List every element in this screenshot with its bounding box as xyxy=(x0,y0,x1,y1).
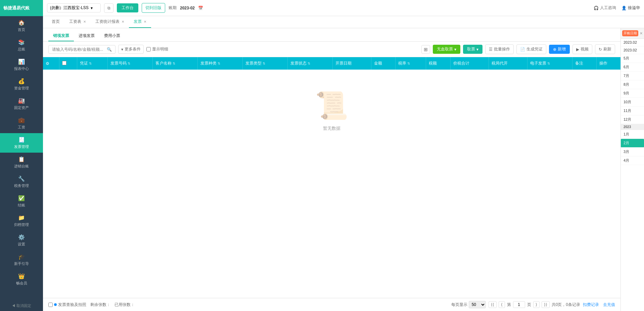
date-entry-10月-7[interactable]: 10月 xyxy=(621,98,644,107)
prev-page-btn[interactable]: ⟨ xyxy=(499,301,505,308)
tab-close-发票[interactable]: ✕ xyxy=(144,20,146,24)
sidebar-label-进销台账: 进销台账 xyxy=(14,164,29,169)
date-entry-2月-12[interactable]: 2月 xyxy=(621,139,644,148)
sidebar-icon-新手引导: 🎓 xyxy=(18,254,25,260)
tab-首页[interactable]: 首页 xyxy=(47,16,64,28)
date-entry-2023.02-1[interactable]: 2023.02 xyxy=(621,46,644,54)
date-entry-6月-3[interactable]: 6月 xyxy=(621,63,644,72)
recharge-link[interactable]: 去充值 xyxy=(603,302,615,308)
sidebar: 畅捷通易代账 🏠 首页 📚 总账 📊 报表中心 💰 资金管理 🏭 固定资产 💼 … xyxy=(0,0,43,311)
refresh-icon: ↻ xyxy=(599,47,602,52)
sidebar-item-归档管理[interactable]: 📁 归档管理 xyxy=(0,211,43,231)
video-btn[interactable]: ▶ 视频 xyxy=(572,44,592,54)
gen-voucher-btn[interactable]: 📄 生成凭证 xyxy=(516,44,546,54)
verify-checkbox[interactable] xyxy=(48,303,53,307)
sidebar-icon-设置: ⚙️ xyxy=(18,234,25,240)
col-发票类型[interactable]: 发票类型⇅ xyxy=(243,57,288,70)
show-detail-checkbox[interactable] xyxy=(146,47,151,51)
sidebar-icon-进销台账: 📋 xyxy=(18,156,25,162)
grid-view-icon[interactable]: ⊞ xyxy=(421,45,430,54)
sidebar-item-固定资产[interactable]: 🏭 固定资产 xyxy=(0,94,43,114)
search-box: 🔍 xyxy=(48,45,116,54)
sidebar-icon-结账: ✅ xyxy=(18,195,25,201)
sidebar-item-进销台账[interactable]: 📋 进销台账 xyxy=(0,153,43,172)
date-entry-11月-8[interactable]: 11月 xyxy=(621,107,644,115)
sidebar-item-工资[interactable]: 💼 工资 xyxy=(0,114,43,133)
sort-icon: ⇅ xyxy=(407,62,410,65)
tab-发票[interactable]: 发票✕ xyxy=(129,16,151,28)
sidebar-logo[interactable]: 畅捷通易代账 xyxy=(0,0,43,16)
next-page-btn[interactable]: ⟩ xyxy=(533,301,540,308)
date-entry-7月-4[interactable]: 7月 xyxy=(621,72,644,80)
open-period-btn[interactable]: 开账日期 xyxy=(622,30,638,36)
date-entry-2023.02-0[interactable]: 2023.02 xyxy=(621,39,644,46)
last-page-btn[interactable]: ⟩⟩ xyxy=(542,301,550,308)
col-发票号码[interactable]: 发票号码⇅ xyxy=(108,57,153,70)
sidebar-item-畅会员[interactable]: 👑 畅会员 xyxy=(0,270,43,289)
video-label: 视频 xyxy=(581,46,589,52)
refresh-label: 刷新 xyxy=(603,46,611,52)
date-entry-8月-5[interactable]: 8月 xyxy=(621,80,644,89)
verify-label-container[interactable]: 发票查验及拍照 xyxy=(48,302,86,308)
company-selector[interactable]: (勿删）江西股宝-LSS ▾ xyxy=(47,3,101,12)
select-all-checkbox[interactable] xyxy=(62,61,66,65)
sidebar-item-新手引导[interactable]: 🎓 新手引导 xyxy=(0,250,43,270)
sidebar-item-总账[interactable]: 📚 总账 xyxy=(0,36,43,55)
date-entry-4月-14[interactable]: 4月 xyxy=(621,156,644,165)
tab-close-工资表[interactable]: ✕ xyxy=(83,20,86,24)
date-entry-9月-6[interactable]: 9月 xyxy=(621,89,644,98)
col-客户名称[interactable]: 客户名称⇅ xyxy=(153,57,198,70)
date-entry-12月-9[interactable]: 12月 xyxy=(621,115,644,124)
sidebar-item-首页[interactable]: 🏠 首页 xyxy=(0,16,43,36)
sidebar-item-报表中心[interactable]: 📊 报表中心 xyxy=(0,55,43,75)
take-ticket-btn[interactable]: 取票 ▾ xyxy=(463,45,482,54)
customer-service-btn[interactable]: 🎧 人工咨询 xyxy=(594,5,616,11)
sidebar-item-结账[interactable]: ✅ 结账 xyxy=(0,192,43,211)
show-detail-check[interactable]: 显示明细 xyxy=(146,46,168,52)
sidebar-label-设置: 设置 xyxy=(18,242,25,247)
new-btn[interactable]: ⊕ 新增 xyxy=(549,45,570,54)
col-发票状态[interactable]: 发票状态⇅ xyxy=(288,57,333,70)
sidebar-item-发票管理[interactable]: 🧾 发票管理 xyxy=(0,133,43,153)
col-凭证[interactable]: 凭证⇅ xyxy=(77,57,108,70)
tab-label-工资表: 工资表 xyxy=(69,19,81,25)
sidebar-icon-总账: 📚 xyxy=(18,39,25,45)
per-page-select[interactable]: 50 100 200 xyxy=(469,301,486,308)
old-version-button[interactable]: 切到旧版 xyxy=(142,3,165,13)
sidebar-item-设置[interactable]: ⚙️ 设置 xyxy=(0,231,43,250)
first-page-btn[interactable]: ⟨⟨ xyxy=(489,301,497,308)
date-entry-3月-13[interactable]: 3月 xyxy=(621,148,644,156)
copy-button[interactable]: ⧉ xyxy=(104,3,113,13)
col-税率[interactable]: 税率⇅ xyxy=(395,57,426,70)
content-area: 销项发票进项发票费用小票 🔍 ▾ 更多条件 xyxy=(43,28,644,311)
search-input[interactable] xyxy=(52,47,105,52)
date-entry-5月-2[interactable]: 5月 xyxy=(621,54,644,63)
calendar-icon[interactable]: 📅 xyxy=(198,6,203,10)
sub-tab-费用小票[interactable]: 费用小票 xyxy=(99,31,125,41)
user-avatar[interactable]: 👤 徐溢华 xyxy=(622,5,640,11)
sort-icon: ⇅ xyxy=(173,62,175,65)
footer-right: 每页显示 50 100 200 ⟨⟨ ⟨ 第 页 xyxy=(451,301,615,308)
no-cancel-ticket-btn[interactable]: 无血取票 ▾ xyxy=(433,45,460,54)
page-input[interactable] xyxy=(513,301,525,308)
add-account-link[interactable]: 扣费记录 xyxy=(583,302,599,308)
refresh-btn[interactable]: ↻ 刷新 xyxy=(595,44,615,54)
sub-tab-进项发票[interactable]: 进项发票 xyxy=(74,31,99,41)
tab-close-工资统计报表[interactable]: ✕ xyxy=(122,20,124,24)
sidebar-icon-税务管理: 🔧 xyxy=(18,176,25,182)
col-发票种类[interactable]: 发票种类⇅ xyxy=(198,57,243,70)
more-filter-btn[interactable]: ▾ 更多条件 xyxy=(118,45,144,54)
tab-工资表[interactable]: 工资表✕ xyxy=(64,16,91,28)
batch-op-btn[interactable]: ☰ 批量操作 xyxy=(485,44,514,54)
search-icon[interactable]: 🔍 xyxy=(107,47,112,52)
date-panel-close[interactable]: ✕ xyxy=(640,31,643,36)
sidebar-item-资金管理[interactable]: 💰 资金管理 xyxy=(0,75,43,94)
col-电子发票[interactable]: 电子发票⇅ xyxy=(527,57,572,70)
col-税额: 税额 xyxy=(426,57,450,70)
date-entry-1月-11[interactable]: 1月 xyxy=(621,130,644,139)
sidebar-item-税务管理[interactable]: 🔧 税务管理 xyxy=(0,172,43,192)
sub-tab-销项发票[interactable]: 销项发票 xyxy=(48,31,74,41)
workbench-button[interactable]: 工作台 xyxy=(117,3,138,12)
tab-工资统计报表[interactable]: 工资统计报表✕ xyxy=(91,16,129,28)
sidebar-collapse-btn[interactable]: ◀ 取消固定 xyxy=(0,301,43,311)
